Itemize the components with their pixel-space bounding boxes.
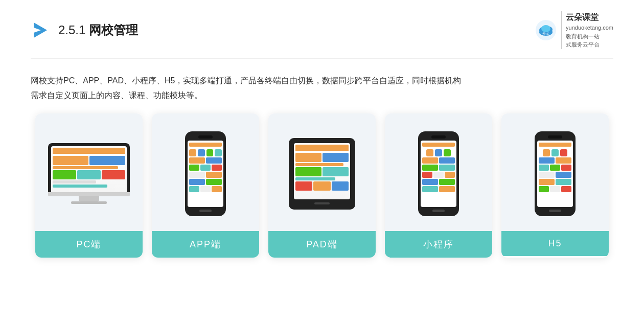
card-h5-image [501, 113, 609, 231]
card-pc-image [35, 113, 143, 231]
cards-container: PC端 [31, 113, 613, 258]
description-text: 网校支持PC、APP、PAD、小程序、H5，实现多端打通，产品各终端自由切换，数… [31, 73, 613, 103]
header-right: 云朵 云朵课堂 yunduoketang.com 教育机构一站 式服务云平台 [535, 11, 613, 49]
card-pad-label: PAD端 [268, 231, 376, 258]
page: 2.5.1 网校管理 云朵 云朵课堂 yunduoketang.com 教育机构… [0, 0, 644, 322]
logo-arrow-icon [31, 20, 50, 40]
card-pc-label: PC端 [35, 231, 143, 258]
card-miniapp: 小程序 [385, 113, 492, 258]
svg-point-5 [541, 25, 550, 32]
header-left: 2.5.1 网校管理 [31, 20, 138, 40]
card-miniapp-label: 小程序 [385, 231, 492, 258]
device-pad [289, 138, 355, 210]
device-phone-miniapp [418, 131, 459, 216]
brand-logo: 云朵 云朵课堂 yunduoketang.com 教育机构一站 式服务云平台 [535, 11, 613, 49]
card-app: APP端 [152, 113, 259, 258]
card-h5-label: H5 [501, 231, 609, 256]
card-miniapp-image [385, 113, 492, 231]
brand-text: 云朵课堂 yunduoketang.com 教育机构一站 式服务云平台 [561, 11, 613, 49]
svg-marker-0 [34, 22, 47, 38]
device-phone-app [185, 131, 226, 216]
card-pc: PC端 [35, 113, 143, 258]
svg-text:云朵: 云朵 [542, 32, 549, 35]
card-h5: H5 [501, 113, 609, 258]
device-pc [48, 143, 130, 204]
page-title: 2.5.1 网校管理 [58, 22, 138, 38]
card-pad-image [268, 113, 376, 231]
device-phone-h5 [535, 131, 576, 216]
brand-cloud-icon: 云朵 [535, 19, 557, 41]
card-app-image [152, 113, 259, 231]
header: 2.5.1 网校管理 云朵 云朵课堂 yunduoketang.com 教育机构… [31, 0, 613, 59]
card-app-label: APP端 [152, 231, 259, 258]
card-pad: PAD端 [268, 113, 376, 258]
